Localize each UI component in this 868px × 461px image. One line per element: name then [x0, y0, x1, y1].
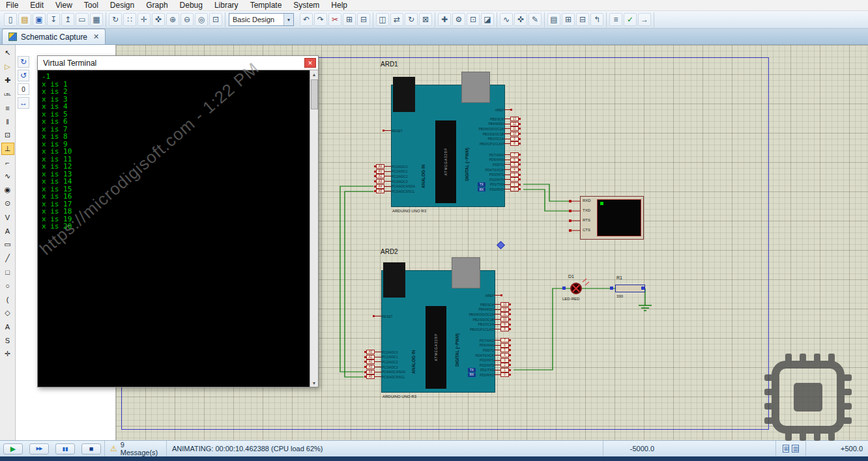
wire-label-mode-icon[interactable]: LBL [1, 88, 14, 100]
pin-pad[interactable] [519, 128, 521, 130]
pin-number[interactable]: 12 [500, 307, 509, 312]
tab-schematic-capture[interactable]: Schematic Capture ✕ [2, 29, 106, 44]
pin-pad[interactable] [509, 344, 511, 346]
pin-number[interactable]: 12 [510, 122, 519, 126]
led-d1[interactable] [570, 283, 582, 294]
junction-pad[interactable] [641, 286, 644, 290]
block-delete-icon[interactable]: ⊠ [419, 13, 432, 26]
pin-number[interactable]: A3 [376, 179, 384, 184]
pin-number[interactable]: A2 [376, 174, 384, 178]
pin-number[interactable]: 2 [500, 363, 509, 367]
status-grid-icon[interactable]: ⊞ [783, 445, 789, 453]
script-mode-icon[interactable]: ≡ [1, 102, 14, 114]
import-icon[interactable]: ↧ [47, 13, 60, 26]
pin-pad[interactable] [519, 123, 521, 125]
property-assign-icon[interactable]: ✎ [528, 13, 542, 26]
pin-number[interactable]: 9 [510, 137, 519, 141]
pin-pad[interactable] [509, 328, 511, 330]
remove-sheet-icon[interactable]: ⊟ [576, 13, 589, 26]
step-button[interactable]: ▶▶ [29, 443, 49, 454]
pin-number[interactable]: 7 [500, 338, 509, 342]
redo-icon[interactable]: ↷ [314, 13, 327, 26]
pin-number[interactable]: A0 [376, 164, 384, 169]
menu-system[interactable]: System [287, 0, 325, 10]
mirror-icon[interactable]: ↔ [18, 97, 29, 109]
text-mode-icon[interactable]: A [1, 320, 14, 333]
path-mode-icon[interactable]: ◇ [1, 307, 14, 319]
pin-number[interactable]: A4 [366, 370, 375, 374]
rotate-clockwise-icon[interactable]: ↻ [18, 56, 29, 68]
pin-number[interactable]: 11 [510, 126, 519, 131]
pin-number[interactable]: A4 [376, 184, 384, 189]
subcircuit-mode-icon[interactable]: ⊡ [1, 129, 14, 141]
menu-help[interactable]: Help [325, 0, 353, 10]
bus-mode-icon[interactable]: ‖ [1, 115, 14, 128]
goto-parent-icon[interactable]: ↰ [590, 13, 603, 26]
make-device-icon[interactable]: ⚙ [452, 13, 465, 26]
menu-library[interactable]: Library [209, 0, 244, 10]
pin-number[interactable]: A2 [366, 359, 375, 364]
pin-number[interactable]: 0 [500, 372, 509, 377]
pin-pad[interactable] [519, 138, 521, 140]
pin-number[interactable]: 6 [510, 158, 519, 162]
pin-pad[interactable] [509, 354, 511, 356]
block-move-icon[interactable]: ⇄ [390, 13, 403, 26]
new-sheet-icon[interactable]: ⊞ [562, 13, 575, 26]
pin-number[interactable]: 3 [500, 358, 509, 363]
graph-mode-icon[interactable]: ∿ [1, 170, 14, 182]
autoroute-icon[interactable]: ∿ [500, 13, 513, 26]
pin-number[interactable]: A5 [366, 374, 375, 379]
design-explorer-icon[interactable]: ▤ [547, 13, 560, 26]
symbol-mode-icon[interactable]: S [1, 334, 14, 346]
pin-pad[interactable] [509, 324, 511, 326]
decompose-icon[interactable]: ◪ [481, 13, 494, 26]
pin-pad[interactable] [519, 188, 521, 190]
pin-pad[interactable] [509, 364, 511, 366]
pin-pad[interactable] [509, 318, 511, 320]
pin-pad[interactable] [509, 359, 511, 361]
pin-number[interactable]: 7 [510, 152, 519, 157]
pin-number[interactable]: 1 [510, 182, 519, 187]
pick-parts-icon[interactable]: ✚ [438, 13, 451, 26]
grid-toggle-icon[interactable]: ∷ [123, 13, 136, 26]
pin-number[interactable]: A5 [376, 189, 384, 193]
chevron-down-icon[interactable]: ▾ [283, 14, 293, 25]
zoom-out-icon[interactable]: ⊖ [181, 13, 194, 26]
pin-pad[interactable] [509, 313, 511, 315]
design-selector-dropdown[interactable]: Basic Design ▾ [229, 13, 294, 26]
resistor-ref-label[interactable]: R1 [616, 275, 622, 280]
menu-tool[interactable]: Tool [78, 0, 104, 10]
pin-number[interactable]: 1 [500, 368, 509, 372]
pin-pad[interactable] [509, 303, 511, 305]
pin-number[interactable]: A0 [366, 350, 375, 354]
pin-pad[interactable] [519, 118, 521, 120]
vt-scrollbar[interactable]: ▲ ▼ [310, 70, 318, 387]
voltage-probe-mode-icon[interactable]: V [1, 211, 14, 223]
erc-icon[interactable]: ✓ [624, 13, 637, 26]
selection-mode-icon[interactable]: ↖ [1, 47, 14, 59]
print-icon[interactable]: ▭ [76, 13, 89, 26]
paste-icon[interactable]: ⊟ [357, 13, 370, 26]
pin-pad[interactable] [519, 159, 521, 161]
export-icon[interactable]: ↥ [61, 13, 74, 26]
junction-mode-icon[interactable]: ✚ [1, 74, 14, 87]
block-copy-icon[interactable]: ◫ [376, 13, 389, 26]
circle-mode-icon[interactable]: ○ [1, 279, 14, 292]
pin-pad[interactable] [509, 349, 511, 351]
zoom-area-icon[interactable]: ⊡ [209, 13, 222, 26]
pin-number[interactable]: A3 [366, 365, 375, 369]
netlist-icon[interactable]: → [638, 13, 651, 26]
tab-close-icon[interactable]: ✕ [93, 33, 99, 41]
menu-view[interactable]: View [50, 0, 78, 10]
pin-number[interactable]: 9 [500, 322, 509, 327]
pin-number[interactable]: 0 [510, 187, 519, 191]
block-rotate-icon[interactable]: ↻ [405, 13, 418, 26]
junction-pad[interactable] [562, 286, 566, 290]
pause-button[interactable]: ▮▮ [55, 443, 75, 454]
pin-pad[interactable] [519, 184, 521, 186]
pin-pad[interactable] [509, 339, 511, 341]
copy-icon[interactable]: ⊞ [343, 13, 356, 26]
new-file-icon[interactable]: ▯ [4, 13, 17, 26]
bom-icon[interactable]: ≡ [609, 13, 622, 26]
tape-mode-icon[interactable]: ◉ [1, 184, 14, 196]
